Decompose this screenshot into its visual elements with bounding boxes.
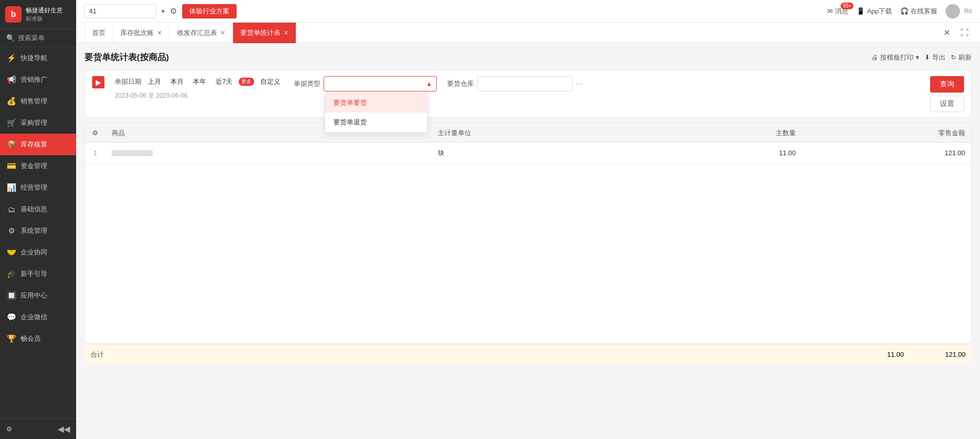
table-area: ⚙ 商品 主计量单位 主数量 零售金额 1 块 11.00 121.00 bbox=[84, 123, 972, 364]
wechat-icon: 💬 bbox=[6, 312, 16, 322]
warehouse-label: 要货仓库 bbox=[447, 79, 474, 88]
user-name-text: Rit bbox=[964, 8, 972, 15]
refresh-btn[interactable]: ↻ 刷新 bbox=[951, 53, 972, 62]
footer-label: 合计 bbox=[91, 350, 224, 359]
date-range-text: 2023-05-06 至 2023-06-06 bbox=[115, 92, 283, 100]
date-this-year-btn[interactable]: 本年 bbox=[190, 76, 209, 87]
type-label: 单据类型 bbox=[294, 79, 320, 88]
table-row[interactable]: 1 块 11.00 121.00 bbox=[85, 143, 971, 163]
sidebar-item-enterprise[interactable]: 🤝 企业协同 bbox=[0, 242, 76, 263]
sidebar-item-basic[interactable]: 🗂 基础信息 bbox=[0, 198, 76, 220]
sidebar-item-wechat[interactable]: 💬 企业微信 bbox=[0, 306, 76, 328]
refresh-label: 刷新 bbox=[958, 53, 972, 62]
table-empty-space bbox=[85, 163, 971, 343]
filter-bar: ▶ 单据日期 上月 本月 本年 近7天 更多 自定义 2023-05-06 至 … bbox=[84, 70, 972, 118]
topbar-settings-btn[interactable]: ⚙ bbox=[170, 6, 177, 16]
warehouse-filter-row: 要货仓库 ··· bbox=[447, 76, 582, 92]
date-prev-month-btn[interactable]: 上月 bbox=[145, 76, 164, 87]
filter-more-btn[interactable]: ··· bbox=[576, 79, 582, 88]
dropdown-item-order-goods[interactable]: 要货单要货 bbox=[325, 93, 427, 113]
td-unit: 块 bbox=[432, 149, 632, 158]
date-this-month-btn[interactable]: 本月 bbox=[167, 76, 187, 87]
sales-icon: 💰 bbox=[6, 96, 16, 106]
messages-btn[interactable]: ✉ 消息 99+ bbox=[827, 7, 848, 16]
td-amount: 121.00 bbox=[802, 149, 971, 157]
sidebar-item-label: 新手引导 bbox=[21, 269, 47, 279]
print-label: 按模板打印 bbox=[880, 53, 914, 62]
inventory-icon: 📦 bbox=[6, 139, 16, 150]
sidebar-item-label: 营销推广 bbox=[21, 75, 47, 84]
app-logo: b 畅捷通好生意 标准版 bbox=[0, 0, 76, 29]
type-dropdown: 要货单要货 要货单退货 bbox=[325, 93, 427, 133]
sidebar-item-operations[interactable]: 📊 经营管理 bbox=[0, 177, 76, 198]
export-icon: ⬇ bbox=[924, 53, 930, 61]
type-input-group: ▲ bbox=[324, 76, 437, 92]
online-service-label: 在线客服 bbox=[911, 7, 937, 16]
page-content: 要货单统计表(按商品) 🖨 按模板打印 ▾ ⬇ 导出 ↻ 刷新 ▶ bbox=[76, 43, 980, 439]
tab-window-btn[interactable]: ⛶ bbox=[957, 27, 972, 39]
sidebar-item-marketing[interactable]: 📢 营销推广 bbox=[0, 69, 76, 90]
print-btn[interactable]: 🖨 按模板打印 ▾ bbox=[871, 53, 919, 62]
tab-inventory-batch[interactable]: 库存批次账 ✕ bbox=[113, 23, 170, 43]
app-download-icon: 📱 bbox=[857, 7, 865, 15]
logo-icon: b bbox=[5, 6, 22, 23]
date-filter-group: 单据日期 上月 本月 本年 近7天 更多 自定义 2023-05-06 至 20… bbox=[115, 76, 283, 100]
topbar-left: 41 ▾ ⚙ 体验行业方案 bbox=[84, 4, 237, 19]
export-btn[interactable]: ⬇ 导出 bbox=[924, 53, 946, 62]
sidebar-item-finance[interactable]: 💳 资金管理 bbox=[0, 155, 76, 177]
guide-icon: 🎓 bbox=[6, 269, 16, 279]
online-service-icon: 🎧 bbox=[900, 7, 908, 15]
footer-quantity: 11.00 bbox=[842, 351, 904, 358]
app-download-btn[interactable]: 📱 App下载 bbox=[857, 7, 892, 16]
dropdown-item-order-return[interactable]: 要货单退货 bbox=[325, 113, 427, 132]
settings-btn[interactable]: 设置 bbox=[930, 96, 964, 112]
sidebar-menu: ⚡ 快捷导航 📢 营销推广 💰 销售管理 🛒 采购管理 📦 库存核算 💳 资金管… bbox=[0, 47, 76, 418]
th-settings[interactable]: ⚙ bbox=[85, 129, 105, 137]
quick-nav-icon: ⚡ bbox=[6, 53, 16, 63]
sidebar-collapse-btn[interactable]: ◀◀ bbox=[58, 424, 70, 434]
tab-home[interactable]: 首页 bbox=[84, 23, 113, 43]
date-more-badge[interactable]: 更多 bbox=[239, 78, 254, 86]
topbar-number: 41 bbox=[89, 7, 96, 15]
tab-order-summary[interactable]: 要货单统计表 ✕ bbox=[233, 23, 296, 43]
warehouse-input-group: ··· bbox=[477, 76, 582, 92]
sidebar-item-vip[interactable]: 🏆 畅会员 bbox=[0, 328, 76, 350]
type-input[interactable] bbox=[324, 77, 422, 91]
table-container: ⚙ 商品 主计量单位 主数量 零售金额 1 块 11.00 121.00 bbox=[84, 123, 972, 344]
tabs-bar: 首页 库存批次账 ✕ 收发存汇总表 ✕ 要货单统计表 ✕ ✕ ⛶ bbox=[76, 23, 980, 43]
tab-inventory-batch-label: 库存批次账 bbox=[120, 28, 154, 38]
trial-btn[interactable]: 体验行业方案 bbox=[182, 4, 237, 19]
tab-receipt-summary[interactable]: 收发存汇总表 ✕ bbox=[170, 23, 233, 43]
main-content: 41 ▾ ⚙ 体验行业方案 ✉ 消息 99+ 📱 App下载 🎧 在线客服 Ri… bbox=[76, 0, 980, 439]
sidebar-settings-icon[interactable]: ⚙ bbox=[6, 425, 12, 433]
topbar-dropdown-btn[interactable]: ▾ bbox=[162, 8, 165, 15]
user-avatar[interactable]: Rit bbox=[946, 4, 972, 19]
sidebar-item-inventory[interactable]: 📦 库存核算 bbox=[0, 134, 76, 155]
sidebar-item-purchase[interactable]: 🛒 采购管理 bbox=[0, 112, 76, 134]
sidebar-search[interactable]: 🔍 搜索菜单 bbox=[0, 29, 76, 47]
sidebar-item-sales[interactable]: 💰 销售管理 bbox=[0, 90, 76, 112]
sidebar-item-quick-nav[interactable]: ⚡ 快捷导航 bbox=[0, 47, 76, 69]
sidebar-item-guide[interactable]: 🎓 新手引导 bbox=[0, 263, 76, 285]
marketing-icon: 📢 bbox=[6, 75, 16, 85]
print-dropdown-icon: ▾ bbox=[916, 53, 919, 61]
date-7days-btn[interactable]: 近7天 bbox=[212, 76, 236, 87]
date-custom-btn[interactable]: 自定义 bbox=[257, 76, 283, 87]
tab-close-all-btn[interactable]: ✕ bbox=[940, 27, 953, 39]
avatar-img bbox=[946, 4, 960, 19]
filter-expand-btn[interactable]: ▶ bbox=[92, 76, 104, 88]
query-btn[interactable]: 查询 bbox=[930, 76, 964, 93]
sidebar-item-apps[interactable]: 🔲 应用中心 bbox=[0, 285, 76, 306]
online-service-btn[interactable]: 🎧 在线客服 bbox=[900, 7, 937, 16]
warehouse-input[interactable] bbox=[477, 76, 573, 92]
sidebar-item-system[interactable]: ⚙ 系统管理 bbox=[0, 220, 76, 242]
refresh-icon: ↻ bbox=[951, 53, 956, 61]
filter-action-group: 查询 设置 bbox=[930, 76, 964, 112]
tab-order-summary-close[interactable]: ✕ bbox=[283, 29, 289, 36]
title-actions: 🖨 按模板打印 ▾ ⬇ 导出 ↻ 刷新 bbox=[871, 53, 972, 62]
tab-order-summary-label: 要货单统计表 bbox=[240, 28, 280, 38]
sidebar: b 畅捷通好生意 标准版 🔍 搜索菜单 ⚡ 快捷导航 📢 营销推广 💰 销售管理… bbox=[0, 0, 76, 439]
tab-receipt-summary-close[interactable]: ✕ bbox=[220, 29, 225, 36]
tab-inventory-batch-close[interactable]: ✕ bbox=[157, 29, 162, 36]
type-dropdown-arrow[interactable]: ▲ bbox=[422, 80, 436, 87]
